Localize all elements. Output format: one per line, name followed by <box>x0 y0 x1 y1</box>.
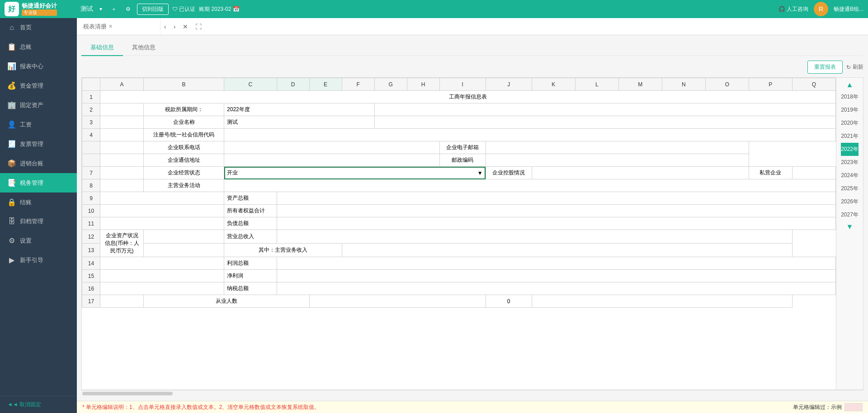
user-avatar[interactable]: R <box>814 2 828 16</box>
row-num-14: 14 <box>82 257 100 270</box>
tab-next-btn[interactable]: › <box>170 18 179 35</box>
tab-prev-btn[interactable]: ‹ <box>160 18 170 35</box>
sidebar-label-invoice: 发票管理 <box>20 140 43 148</box>
old-version-button[interactable]: 切到旧版 <box>137 4 169 15</box>
sidebar-icon-asset: 🏢 <box>7 101 16 109</box>
r7-status-dropdown[interactable]: 开业▼ <box>224 167 486 179</box>
add-btn[interactable]: ＋ <box>108 5 119 14</box>
year-item-2020年[interactable]: 2020年 <box>841 117 859 130</box>
sidebar-icon-ledger: 📋 <box>7 42 16 51</box>
spreadsheet-main[interactable]: ABCDEFGHIJKLMNOPQ 1工商年报信息表2税款所属期间：2022年度… <box>82 78 836 390</box>
table-row: 10所有者权益合计 <box>82 205 836 217</box>
r17-a <box>100 295 144 308</box>
year-item-2026年[interactable]: 2026年 <box>841 195 859 208</box>
col-header-A[interactable]: A <box>100 78 144 91</box>
table-row: 15净利润 <box>82 270 836 282</box>
row-num-15: 15 <box>82 270 100 282</box>
col-header-K[interactable]: K <box>532 78 575 91</box>
col-header-J[interactable]: J <box>486 78 532 91</box>
sidebar-item-tax[interactable]: 📑税务管理 <box>0 173 77 192</box>
r5-cell-5 <box>486 141 749 154</box>
year-sidebar: ▲ 2018年2019年2020年2021年2022年2023年2024年202… <box>836 78 863 390</box>
col-header-O[interactable]: O <box>705 78 749 91</box>
tab-expand-btn[interactable]: ⛶ <box>192 18 205 35</box>
inner-content: 基础信息其他信息 重置报表 ↻ 刷新 ABCDEFGHIJKLMNOPQ 1工商… <box>77 35 868 401</box>
col-header-B[interactable]: B <box>144 78 224 91</box>
col-header-I[interactable]: I <box>439 78 486 91</box>
sidebar-item-close[interactable]: 🔒结账 <box>0 192 77 212</box>
content-area: 首页科目辅助余额表✕日记账与银行对账单核对✕固定资产类别✕税表清册✕税负波动表✕… <box>77 18 868 413</box>
r15-ab <box>100 270 224 282</box>
sidebar-item-invoice[interactable]: 🧾发票管理 <box>0 134 77 154</box>
sidebar-item-capital[interactable]: 💰资金管理 <box>0 76 77 95</box>
sidebar-item-settings[interactable]: ⚙设置 <box>0 231 77 250</box>
year-item-2024年[interactable]: 2024年 <box>841 169 859 182</box>
year-item-2021年[interactable]: 2021年 <box>841 130 859 143</box>
sidebar-label-archive: 归档管理 <box>20 217 43 225</box>
sidebar-item-report[interactable]: 📊报表中心 <box>0 56 77 76</box>
year-item-2019年[interactable]: 2019年 <box>841 103 859 117</box>
col-header-P[interactable]: P <box>749 78 792 91</box>
sidebar-unpin-btn[interactable]: ◄◄ 取消固定 <box>0 396 77 413</box>
col-header-Q[interactable]: Q <box>792 78 835 91</box>
example-box <box>844 403 863 411</box>
sidebar-icon-report: 📊 <box>7 62 16 70</box>
row-num-2: 2 <box>82 103 100 116</box>
sidebar-item-salary[interactable]: 👤工资 <box>0 115 77 134</box>
col-header-D[interactable]: D <box>277 78 309 91</box>
sidebar-label-guide: 新手引导 <box>20 256 43 264</box>
sub-tab-0[interactable]: 基础信息 <box>81 40 123 56</box>
top-bar-center: 测试 ▾ ＋ ⚙ 切到旧版 🛡 已认证 账期 2023-02 📅 <box>80 4 775 15</box>
col-header-L[interactable]: L <box>575 78 618 91</box>
sidebar-item-stock[interactable]: 📦进销台账 <box>0 154 77 173</box>
year-item-2022年[interactable]: 2022年 <box>841 143 859 156</box>
sub-tab-1[interactable]: 其他信息 <box>123 40 165 56</box>
scrollbar-thumb[interactable] <box>82 392 173 395</box>
sidebar-item-guide[interactable]: ▶新手引导 <box>0 250 77 270</box>
sidebar-item-ledger[interactable]: 📋总账 <box>0 37 77 56</box>
support-link[interactable]: 🎧 人工咨询 <box>778 5 808 13</box>
year-item-2018年[interactable]: 2018年 <box>841 90 859 103</box>
tab-bar: 首页科目辅助余额表✕日记账与银行对账单核对✕固定资产类别✕税表清册✕税负波动表✕… <box>77 18 868 35</box>
year-up-btn[interactable]: ▲ <box>836 80 863 90</box>
year-item-2025年[interactable]: 2025年 <box>841 182 859 195</box>
horizontal-scrollbar[interactable] <box>81 390 863 396</box>
r8-rest <box>224 179 836 192</box>
reset-report-button[interactable]: 重置报表 <box>807 61 843 74</box>
col-header-C[interactable]: C <box>224 78 277 91</box>
year-item-2027年[interactable]: 2027年 <box>841 208 859 221</box>
settings-btn[interactable]: ⚙ <box>123 5 133 13</box>
dropdown-btn[interactable]: ▾ <box>97 5 105 13</box>
example-area: 单元格编辑过：示例 <box>793 403 863 411</box>
refresh-button[interactable]: ↻ 刷新 <box>846 63 863 71</box>
sidebar-item-home[interactable]: ⌂首页 <box>0 18 77 37</box>
col-header-N[interactable]: N <box>662 78 705 91</box>
sidebar-icon-archive: 🗄 <box>7 217 16 225</box>
sidebar-label-report: 报表中心 <box>20 62 43 70</box>
r5-cell-3 <box>224 141 440 154</box>
tab-4[interactable]: 税表清册✕ <box>77 18 160 35</box>
col-header-G[interactable]: G <box>374 78 407 91</box>
sidebar-label-asset: 固定资产 <box>20 101 43 109</box>
sidebar-label-salary: 工资 <box>20 121 32 129</box>
calendar-icon[interactable]: 📅 <box>233 6 240 12</box>
r16-rest <box>277 282 835 295</box>
col-header-E[interactable]: E <box>309 78 342 91</box>
col-header-F[interactable]: F <box>342 78 374 91</box>
col-header-H[interactable]: H <box>407 78 439 91</box>
col-header-M[interactable]: M <box>618 78 662 91</box>
r12-a: 企业资产状况信息(币种：人民币万元) <box>100 230 144 257</box>
sidebar-item-asset[interactable]: 🏢固定资产 <box>0 95 77 115</box>
grid-table: ABCDEFGHIJKLMNOPQ 1工商年报信息表2税款所属期间：2022年度… <box>82 78 836 308</box>
sidebar-icon-home: ⌂ <box>7 23 16 32</box>
sidebar-icon-settings: ⚙ <box>7 236 16 245</box>
sidebar-icon-tax: 📑 <box>7 178 16 187</box>
tab-close-btn[interactable]: ✕ <box>179 18 192 35</box>
edit-hint: * 单元格编辑说明：1、点击单元格直接录入数值或文本。2、清空单元格数值或文本恢… <box>82 404 320 411</box>
tab-close-4[interactable]: ✕ <box>108 23 113 29</box>
sidebar-item-archive[interactable]: 🗄归档管理 <box>0 212 77 231</box>
r5-cell-1 <box>100 141 144 154</box>
r16-c: 纳税总额 <box>224 282 277 295</box>
year-item-2023年[interactable]: 2023年 <box>841 156 859 169</box>
year-down-btn[interactable]: ▼ <box>836 221 863 232</box>
